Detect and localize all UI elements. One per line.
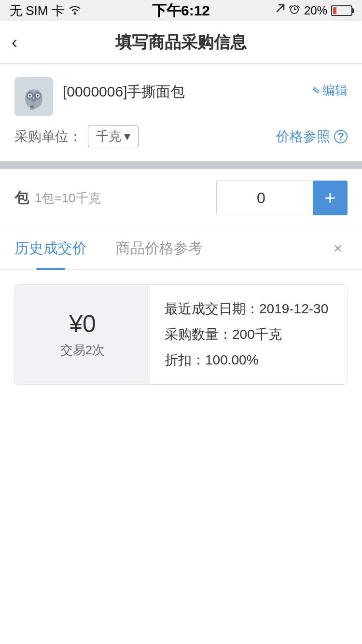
page-title: 填写商品采购信息 [115, 31, 247, 54]
history-qty-row: 采购数量：200千克 [165, 325, 333, 344]
svg-point-9 [31, 99, 36, 102]
help-icon: ? [334, 130, 348, 143]
history-card: ¥0 交易2次 最近成交日期：2019-12-30 采购数量：200千克 折扣：… [14, 284, 348, 385]
wifi-icon [68, 3, 82, 18]
price-reference-button[interactable]: 价格参照 ? [276, 127, 348, 146]
quantity-row: 包 1包=10千克 + [0, 169, 362, 227]
tab-close-button[interactable]: × [328, 239, 348, 258]
quantity-plus-button[interactable]: + [313, 181, 348, 215]
status-bar: 无 SIM 卡 下午6:12 20 [0, 0, 362, 21]
battery-fill [333, 7, 336, 14]
location-icon [276, 4, 285, 17]
qty-value: 200千克 [232, 327, 282, 342]
quantity-left: 包 1包=10千克 [14, 188, 101, 208]
carrier-text: 无 SIM 卡 [10, 2, 64, 19]
nav-bar: ‹ 填写商品采购信息 [0, 21, 362, 64]
quantity-input-group: + [216, 181, 348, 215]
status-left: 无 SIM 卡 [10, 2, 82, 19]
history-trades: 交易2次 [60, 342, 105, 359]
status-right: 20% [276, 3, 352, 18]
quantity-unit-char: 包 [14, 188, 29, 208]
history-content: ¥0 交易2次 最近成交日期：2019-12-30 采购数量：200千克 折扣：… [0, 270, 362, 399]
history-discount-row: 折扣：100.00% [165, 350, 333, 369]
battery-percent: 20% [304, 4, 327, 17]
history-date-row: 最近成交日期：2019-12-30 [165, 299, 333, 318]
svg-text:数: 数 [30, 105, 34, 110]
tab-section: 历史成交价 商品价格参考 × ¥0 交易2次 最近成交日期：2019-12-30… [0, 227, 362, 399]
tab-history-price[interactable]: 历史成交价 [14, 227, 87, 270]
product-header: 数 [0000006]手撕面包 ✎ 编辑 [14, 77, 348, 116]
status-time: 下午6:12 [152, 1, 210, 21]
tab-product-price-ref[interactable]: 商品价格参考 [116, 227, 203, 270]
product-left: 数 [0000006]手撕面包 [14, 77, 185, 116]
quantity-conversion: 1包=10千克 [35, 190, 101, 207]
svg-point-8 [37, 95, 39, 97]
svg-point-0 [73, 12, 76, 14]
qty-label: 采购数量： [165, 327, 232, 342]
product-thumbnail: 数 [14, 77, 53, 116]
dropdown-arrow-icon: ▾ [124, 129, 130, 144]
tab-list: 历史成交价 商品价格参考 [14, 227, 203, 270]
history-left: ¥0 交易2次 [15, 285, 150, 384]
unit-text: 采购单位： [14, 127, 82, 146]
unit-value: 千克 [96, 128, 121, 145]
edit-button[interactable]: ✎ 编辑 [312, 82, 348, 99]
history-price: ¥0 [69, 310, 96, 338]
date-value: 2019-12-30 [259, 301, 328, 316]
product-card: 数 [0000006]手撕面包 ✎ 编辑 采购单位： 千克 ▾ 价格参照 ? [0, 64, 362, 161]
unit-dropdown[interactable]: 千克 ▾ [88, 126, 139, 147]
edit-icon: ✎ [312, 84, 320, 97]
product-name: [0000006]手撕面包 [63, 82, 185, 102]
back-button[interactable]: ‹ [12, 32, 17, 53]
product-footer: 采购单位： 千克 ▾ 价格参照 ? [14, 126, 348, 147]
date-label: 最近成交日期： [165, 301, 259, 316]
owl-logo: 数 [19, 82, 48, 111]
page-whitespace [0, 399, 362, 644]
price-ref-label: 价格参照 [276, 127, 330, 146]
section-divider [0, 161, 362, 169]
tab-header: 历史成交价 商品价格参考 × [0, 227, 362, 270]
unit-selector: 采购单位： 千克 ▾ [14, 126, 139, 147]
svg-point-7 [29, 95, 31, 97]
edit-label: 编辑 [322, 82, 348, 99]
history-right: 最近成交日期：2019-12-30 采购数量：200千克 折扣：100.00% [150, 285, 347, 384]
alarm-icon [289, 3, 300, 18]
battery-icon [331, 5, 352, 16]
discount-value: 100.00% [205, 352, 259, 367]
quantity-input[interactable] [216, 181, 313, 215]
discount-label: 折扣： [165, 352, 205, 367]
